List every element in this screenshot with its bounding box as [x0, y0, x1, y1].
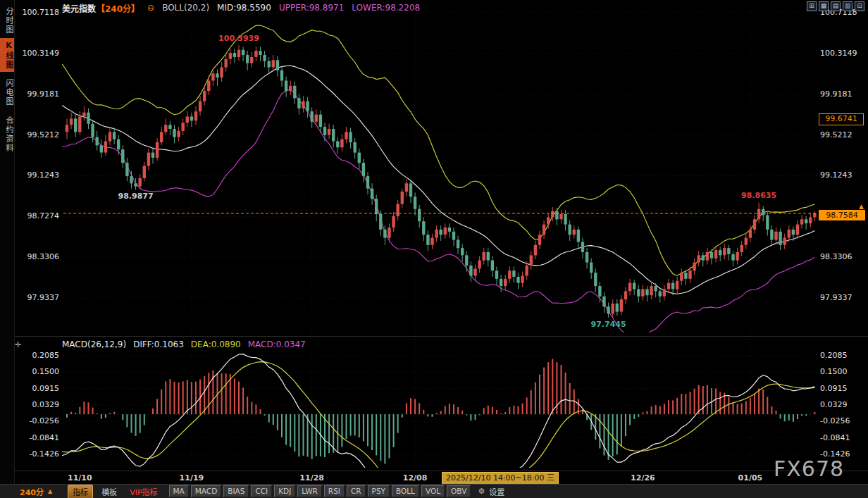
sidebar-tab-time-chart[interactable]: 分时图: [0, 4, 14, 37]
macd-dea-value: DEA:0.0890: [191, 340, 241, 349]
price-axis-label: 98.3306: [13, 252, 59, 261]
macd-axis-label: 0.2085: [820, 351, 867, 360]
price-axis-label: 99.9181: [13, 89, 59, 99]
window-controls: ⊞ ▦ ▤ ▥ ⊟: [807, 1, 864, 11]
sidebar-tab-kline-chart[interactable]: K线图: [0, 38, 14, 72]
price-axis-label: 100.3149: [13, 49, 59, 58]
price-axis-label: 99.5212: [820, 130, 867, 139]
price-axis-label: 100.7118: [13, 8, 59, 17]
boll-mid-value: MID:98.5590: [217, 3, 271, 13]
indicator-button-cr[interactable]: CR: [347, 485, 366, 497]
price-annotation: 97.7445: [591, 320, 626, 329]
macd-hist-value: MACD:0.0347: [248, 340, 306, 349]
macd-indicator-label: MACD(26,12,9): [62, 340, 126, 349]
chart-type-sidebar: 分时图 K线图 闪电图 合约资料: [0, 0, 15, 485]
macd-axis-label: -0.0256: [13, 416, 59, 425]
indicator-button-obv[interactable]: OBV: [447, 485, 471, 497]
macd-header: MACD(26,12,9) DIFF:0.1063 DEA:0.0890 MAC…: [62, 340, 306, 349]
price-axis-label: 98.7274: [13, 211, 59, 220]
window-layout-icon-5[interactable]: ⊟: [855, 1, 864, 11]
indicator-button-vol[interactable]: VOL: [421, 485, 445, 497]
price-axis-label: 98.3306: [820, 252, 867, 261]
gear-icon[interactable]: ⚙: [478, 487, 485, 496]
chart-header: 美元指数 【240分】 ⊖ BOLL(20,2) MID:98.5590 UPP…: [62, 2, 420, 13]
price-annotation: 98.8635: [741, 191, 776, 200]
indicator-button-rsi[interactable]: RSI: [324, 485, 345, 497]
date-axis-label: 12/08: [403, 473, 428, 483]
window-layout-icon-3[interactable]: ▤: [831, 1, 841, 11]
tab-vip-indicators[interactable]: VIP指标: [125, 485, 161, 498]
indicator-button-ma[interactable]: MA: [169, 485, 189, 497]
boll-lower-value: LOWER:98.2208: [352, 3, 420, 13]
caret-up-icon[interactable]: ▲: [48, 488, 52, 494]
date-axis-label: 11/28: [299, 473, 324, 483]
symbol-name: 美元指数: [62, 2, 96, 14]
macd-axis-label: 0.1500: [13, 367, 59, 376]
indicator-button-kdj[interactable]: KDJ: [274, 485, 295, 497]
macd-axis-label: 0.0329: [820, 400, 867, 409]
price-axis-label: 100.3149: [820, 49, 867, 58]
indicator-button-macd[interactable]: MACD: [191, 485, 221, 497]
price-annotation: 98.9877: [118, 192, 154, 201]
macd-axis-label: 0.2085: [13, 351, 59, 360]
indicator-button-psy[interactable]: PSY: [368, 485, 390, 497]
panel-divider: [14, 336, 868, 337]
candlestick-chart[interactable]: [0, 0, 868, 498]
price-axis-label: 97.9337: [820, 293, 867, 302]
tab-indicators[interactable]: 指标: [68, 485, 93, 498]
sidebar-tab-contract-info[interactable]: 合约资料: [0, 113, 14, 156]
macd-axis-label: -0.1426: [13, 449, 59, 459]
indicator-button-lwr[interactable]: LWR: [297, 485, 322, 497]
date-axis-label: 12/26: [631, 473, 655, 483]
price-axis-label: 99.1243: [13, 170, 59, 180]
fx678-watermark: FX678: [774, 456, 844, 481]
price-axis-label: 99.1243: [820, 170, 867, 180]
settings-label[interactable]: 设置: [489, 486, 504, 497]
indicator-button-cci[interactable]: CCI: [251, 485, 272, 497]
alert-price-tag[interactable]: 99.6741: [819, 113, 864, 125]
macd-axis-label: 0.0329: [13, 400, 59, 409]
price-annotation: 100.3939: [218, 34, 259, 43]
period-label[interactable]: 【240分】: [97, 2, 140, 14]
boll-mid-line: [0, 66, 814, 294]
boll-lower-line: [0, 66, 814, 337]
gridlines: [63, 10, 817, 468]
window-layout-icon-1[interactable]: ⊞: [807, 1, 817, 11]
tab-templates[interactable]: 模板: [97, 485, 121, 498]
macd-axis-label: -0.0256: [820, 416, 867, 425]
candles: [66, 45, 817, 317]
window-layout-icon-2[interactable]: ▦: [819, 1, 829, 11]
indicator-button-boll[interactable]: BOLL: [392, 485, 419, 497]
axis-divider: [14, 471, 868, 471]
date-axis-label: 11/10: [68, 473, 92, 483]
macd-axis-label: -0.0841: [820, 433, 867, 442]
price-axis-label: 99.5212: [13, 130, 59, 139]
period-selector[interactable]: 240分: [20, 486, 44, 497]
boll-indicator-label: BOLL(20,2): [162, 3, 209, 13]
price-axis-label: 99.9181: [820, 89, 867, 99]
symbol-text: 美元指数: [62, 4, 96, 14]
last-price-tag: 98.7584: [819, 210, 865, 220]
macd-axis-label: 0.0915: [820, 384, 867, 393]
trading-app-window: 分时图 K线图 闪电图 合约资料 美元指数 【240分】 ⊖ BOLL(20,2…: [0, 0, 868, 498]
current-candle-date-box: 2025/12/10 14:00~18:00 三: [442, 472, 559, 485]
macd-axis-label: -0.0841: [13, 433, 59, 442]
indicator-button-bias[interactable]: BIAS: [223, 485, 249, 497]
macd-axis-label: 0.1500: [820, 367, 867, 376]
last-price-arrow-icon: ▲: [859, 203, 864, 210]
bottom-toolbar: 240分 ▲ 指标 模板 VIP指标 MAMACDBIASCCIKDJLWRRS…: [0, 484, 868, 498]
price-panel: [0, 25, 817, 337]
indicator-button-group: MAMACDBIASCCIKDJLWRRSICRPSYBOLLVOLOBV: [169, 485, 471, 497]
macd-diff-value: DIFF:0.1063: [133, 340, 184, 349]
window-layout-icon-4[interactable]: ▥: [843, 1, 852, 11]
date-axis-label: 11/19: [180, 473, 204, 483]
macd-expand-icon[interactable]: ✛: [15, 340, 21, 349]
collapse-indicator-icon[interactable]: ⊖: [147, 3, 154, 13]
macd-axis-label: 0.0915: [13, 384, 59, 393]
boll-upper-value: UPPER:98.8971: [279, 3, 344, 13]
sidebar-tab-lightning-chart[interactable]: 闪电图: [0, 76, 14, 108]
price-axis-label: 97.9337: [13, 293, 59, 302]
date-axis-label: 01/05: [738, 473, 763, 483]
